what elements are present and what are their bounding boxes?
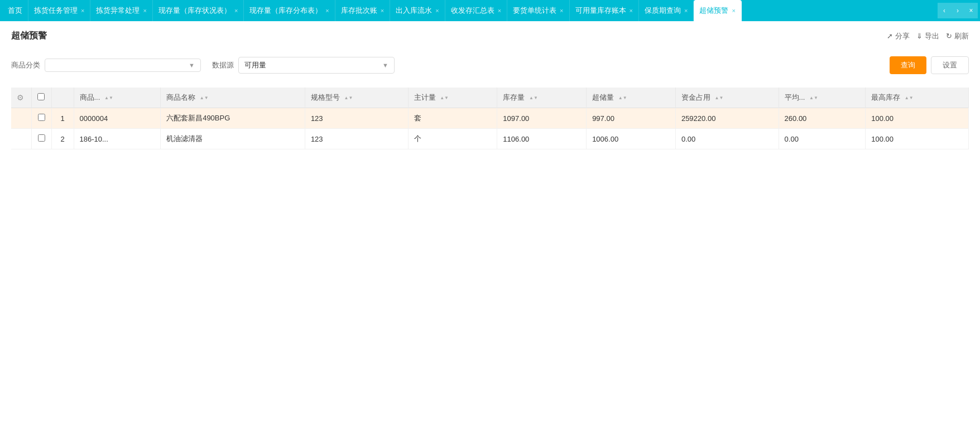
sort-icon[interactable]: ▲▼ — [529, 96, 538, 100]
row-gear-cell — [11, 129, 31, 149]
row-capital: 259220.00 — [675, 108, 779, 129]
nav-stock-status[interactable]: 现存量（库存状况表） × — [153, 0, 244, 21]
page-container: 超储预警 ➚ 分享 ⇓ 导出 ↻ 刷新 商品分类 ▼ 数据源 — [0, 21, 980, 446]
close-icon[interactable]: × — [732, 7, 735, 14]
nav-summary[interactable]: 收发存汇总表 × — [445, 0, 507, 21]
row-name: 六配套新昌490BPG — [161, 108, 305, 129]
col-avg: 平均... ▲▼ — [779, 88, 866, 108]
close-icon[interactable]: × — [81, 7, 84, 14]
sort-icon[interactable]: ▲▼ — [715, 96, 724, 100]
close-icon[interactable]: × — [560, 7, 563, 14]
row-checkbox[interactable] — [38, 114, 45, 121]
category-select[interactable]: ▼ — [45, 59, 201, 72]
row-checkbox[interactable] — [38, 134, 45, 142]
datasource-select[interactable]: 可用量 ▼ — [238, 57, 395, 74]
row-name: 机油滤清器 — [161, 129, 305, 149]
nav-exception[interactable]: 拣货异常处理 × — [90, 0, 152, 21]
row-over-stock: 1006.00 — [587, 129, 676, 149]
nav-prev-button[interactable]: ‹ — [938, 3, 951, 18]
row-spec: 123 — [305, 129, 408, 149]
row-avg: 260.00 — [779, 108, 866, 129]
close-icon[interactable]: × — [143, 7, 146, 14]
row-unit: 个 — [408, 129, 497, 149]
col-num — [51, 88, 74, 108]
close-icon[interactable]: × — [630, 7, 633, 14]
row-max-stock: 100.00 — [866, 129, 969, 149]
sort-icon[interactable]: ▲▼ — [618, 96, 627, 100]
datasource-label: 数据源 — [212, 60, 234, 70]
row-capital: 0.00 — [675, 129, 779, 149]
sort-icon[interactable]: ▲▼ — [200, 96, 209, 100]
select-all-checkbox[interactable] — [37, 93, 45, 100]
category-filter-group: 商品分类 ▼ — [11, 59, 201, 72]
chevron-down-icon: ▼ — [189, 62, 195, 69]
sort-icon[interactable]: ▲▼ — [809, 96, 818, 100]
col-spec: 规格型号 ▲▼ — [305, 88, 408, 108]
table-header-row: ⚙ 商品... ▲▼ 商品名称 ▲▼ 规格型号 ▲▼ — [11, 88, 969, 108]
settings-button[interactable]: 设置 — [931, 56, 969, 74]
filter-area: 商品分类 ▼ 数据源 可用量 ▼ 查询 设置 — [11, 51, 969, 80]
nav-inout[interactable]: 出入库流水 × — [390, 0, 445, 21]
table-row: 2 186-10... 机油滤清器 123 个 1106.00 1006.00 … — [11, 129, 969, 149]
row-max-stock: 100.00 — [866, 108, 969, 129]
export-button[interactable]: ⇓ 导出 — [916, 31, 939, 41]
col-checkbox — [31, 88, 51, 108]
datasource-filter-group: 数据源 可用量 ▼ — [212, 57, 395, 74]
row-number: 1 — [51, 108, 74, 129]
col-over-stock: 超储量 ▲▼ — [587, 88, 676, 108]
category-label: 商品分类 — [11, 60, 40, 70]
sort-icon[interactable]: ▲▼ — [440, 96, 449, 100]
close-icon[interactable]: × — [435, 7, 439, 14]
sort-icon[interactable]: ▲▼ — [104, 96, 113, 100]
close-icon[interactable]: × — [498, 7, 501, 14]
col-capital: 资金占用 ▲▼ — [675, 88, 779, 108]
nav-avail-stock[interactable]: 可用量库存账本 × — [570, 0, 639, 21]
col-gear: ⚙ — [11, 88, 31, 108]
row-over-stock: 997.00 — [587, 108, 676, 129]
close-icon[interactable]: × — [234, 7, 238, 14]
gear-icon[interactable]: ⚙ — [17, 93, 24, 102]
datasource-value: 可用量 — [244, 60, 266, 70]
nav-bar: 首页 拣货任务管理 × 拣货异常处理 × 现存量（库存状况表） × 现存量（库存… — [0, 0, 980, 21]
nav-home[interactable]: 首页 — [2, 0, 28, 21]
row-gear-cell — [11, 108, 31, 129]
nav-expiry[interactable]: 保质期查询 × — [639, 0, 694, 21]
nav-batch[interactable]: 库存批次账 × — [335, 0, 390, 21]
nav-order-stat[interactable]: 要货单统计表 × — [507, 0, 569, 21]
col-unit: 主计量 ▲▼ — [408, 88, 497, 108]
close-icon[interactable]: × — [325, 7, 329, 14]
nav-overstock[interactable]: 超储预警 × — [694, 0, 741, 21]
page-title: 超储预警 — [11, 30, 47, 42]
header-actions: ➚ 分享 ⇓ 导出 ↻ 刷新 — [887, 31, 969, 41]
nav-stock-dist[interactable]: 现存量（库存分布表） × — [244, 0, 335, 21]
page-header: 超储预警 ➚ 分享 ⇓ 导出 ↻ 刷新 — [11, 30, 969, 42]
row-code: 0000004 — [74, 108, 161, 129]
table-row: 1 0000004 六配套新昌490BPG 123 套 1097.00 997.… — [11, 108, 969, 129]
col-stock: 库存量 ▲▼ — [497, 88, 587, 108]
nav-close-all-button[interactable]: × — [964, 3, 978, 18]
sort-icon[interactable]: ▲▼ — [344, 96, 353, 100]
close-icon[interactable]: × — [381, 7, 384, 14]
row-avg: 0.00 — [779, 129, 866, 149]
row-unit: 套 — [408, 108, 497, 129]
share-button[interactable]: ➚ 分享 — [887, 31, 910, 41]
row-checkbox-cell[interactable] — [31, 129, 51, 149]
filter-buttons: 查询 设置 — [890, 56, 969, 74]
nav-task-mgmt[interactable]: 拣货任务管理 × — [28, 0, 90, 21]
close-icon[interactable]: × — [684, 7, 688, 14]
row-checkbox-cell[interactable] — [31, 108, 51, 129]
row-number: 2 — [51, 129, 74, 149]
nav-next-button[interactable]: › — [951, 3, 964, 18]
refresh-button[interactable]: ↻ 刷新 — [946, 31, 969, 41]
nav-arrows: ‹ › × — [938, 3, 978, 18]
chevron-down-icon: ▼ — [382, 62, 388, 69]
col-code: 商品... ▲▼ — [74, 88, 161, 108]
data-table: ⚙ 商品... ▲▼ 商品名称 ▲▼ 规格型号 ▲▼ — [11, 88, 969, 149]
query-button[interactable]: 查询 — [890, 56, 926, 74]
sort-icon[interactable]: ▲▼ — [905, 96, 914, 100]
export-icon: ⇓ — [916, 32, 923, 40]
col-name: 商品名称 ▲▼ — [161, 88, 305, 108]
row-stock: 1097.00 — [497, 108, 587, 129]
row-stock: 1106.00 — [497, 129, 587, 149]
share-icon: ➚ — [887, 32, 893, 40]
